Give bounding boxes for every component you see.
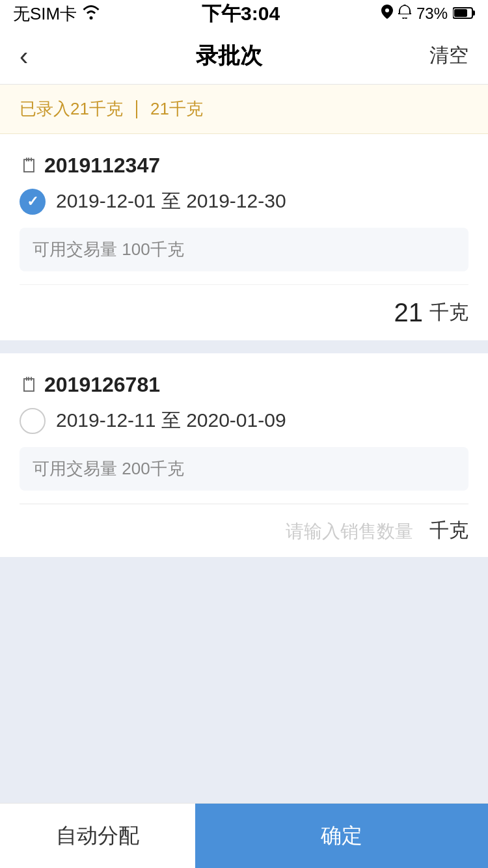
amount-label: 21千克 — [150, 98, 203, 120]
nav-bar: ‹ 录批次 清空 — [0, 27, 488, 85]
batch1-date-row[interactable]: 2019-12-01 至 2019-12-30 — [20, 188, 468, 215]
status-bar: 无SIM卡 下午3:04 73% — [0, 0, 488, 27]
bottom-bar: 自动分配 确定 — [0, 803, 488, 868]
batch1-id-row: 🗒 2019112347 — [20, 154, 468, 178]
battery-label: 73% — [416, 5, 448, 23]
status-left: 无SIM卡 — [13, 3, 100, 25]
batch2-date: 2019-12-11 至 2020-01-09 — [56, 407, 286, 434]
gray-area — [0, 557, 488, 804]
alarm-icon — [398, 5, 411, 23]
batch2-available: 可用交易量 200千克 — [20, 447, 468, 491]
batch2-unit: 千克 — [429, 517, 468, 544]
batch1-amount-unit: 千克 — [429, 299, 468, 326]
info-banner: 已录入21千克 21千克 — [0, 85, 488, 134]
status-time: 下午3:04 — [202, 1, 280, 27]
recorded-label: 已录入21千克 — [20, 98, 123, 120]
batch1-doc-icon: 🗒 — [20, 155, 39, 177]
batch2-doc-icon: 🗒 — [20, 374, 39, 396]
batch1-id: 2019112347 — [44, 154, 160, 178]
section-divider — [0, 340, 488, 353]
batch1-available: 可用交易量 100千克 — [20, 228, 468, 271]
wifi-icon — [82, 4, 100, 24]
batch2-id: 2019126781 — [44, 373, 160, 397]
battery-icon — [453, 5, 475, 23]
svg-rect-1 — [472, 10, 475, 16]
batch1-card: 🗒 2019112347 2019-12-01 至 2019-12-30 可用交… — [0, 134, 488, 340]
batch2-date-row[interactable]: 2019-12-11 至 2020-01-09 — [20, 407, 468, 434]
batch1-amount-row: 21 千克 — [20, 284, 468, 340]
page-title: 录批次 — [196, 41, 262, 71]
carrier-label: 无SIM卡 — [13, 3, 77, 25]
batch2-id-row: 🗒 2019126781 — [20, 373, 468, 397]
sale-quantity-input[interactable] — [228, 520, 423, 542]
location-icon — [381, 5, 393, 23]
status-right: 73% — [381, 5, 475, 23]
batch1-radio[interactable] — [20, 189, 46, 215]
info-divider — [136, 100, 137, 118]
batch2-card: 🗒 2019126781 2019-12-11 至 2020-01-09 可用交… — [0, 353, 488, 557]
auto-distribute-button[interactable]: 自动分配 — [0, 804, 195, 868]
batch1-date: 2019-12-01 至 2019-12-30 — [56, 188, 286, 215]
batch1-amount-value: 21 — [394, 298, 424, 327]
svg-rect-2 — [454, 9, 467, 17]
batch2-input-row: 千克 — [20, 504, 468, 557]
batch2-radio[interactable] — [20, 408, 46, 434]
back-button[interactable]: ‹ — [20, 43, 28, 69]
confirm-button[interactable]: 确定 — [195, 804, 488, 868]
batch1-available-text: 可用交易量 100千克 — [33, 239, 184, 259]
clear-button[interactable]: 清空 — [429, 42, 468, 69]
batch2-available-text: 可用交易量 200千克 — [33, 459, 184, 478]
